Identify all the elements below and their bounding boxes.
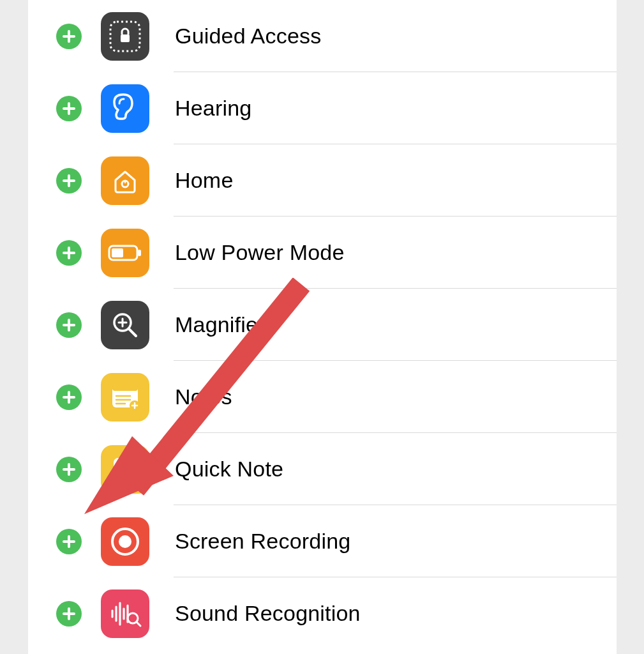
svg-rect-5 — [138, 250, 141, 256]
svg-line-31 — [137, 622, 140, 626]
magnifier-icon — [101, 301, 149, 349]
svg-rect-12 — [112, 386, 138, 391]
list-item-label: Notes — [175, 384, 232, 409]
add-button-sound-recognition[interactable] — [56, 601, 82, 627]
home-icon — [101, 156, 149, 205]
list-item-magnifier: Magnifier — [28, 289, 617, 361]
list-item-label: Quick Note — [175, 457, 283, 482]
list-item-screen-recording: Screen Recording — [28, 505, 617, 577]
more-controls-list: Guided Access Hearing — [28, 0, 617, 650]
add-button-home[interactable] — [56, 168, 82, 194]
list-item-label: Home — [175, 168, 234, 193]
list-item-notes: Notes — [28, 361, 617, 433]
add-button-guided-access[interactable] — [56, 24, 82, 49]
guided-access-icon — [101, 12, 149, 61]
svg-rect-1 — [121, 34, 130, 42]
list-item-guided-access: Guided Access — [28, 0, 617, 72]
quick-note-icon — [101, 445, 149, 494]
sound-recognition-icon — [101, 589, 149, 638]
list-item-sound-recognition: Sound Recognition — [28, 577, 617, 650]
list-item-hearing: Hearing — [28, 72, 617, 144]
low-power-mode-icon — [101, 229, 149, 277]
screen-recording-icon — [101, 517, 149, 566]
notes-icon — [101, 373, 149, 422]
list-item-label: Sound Recognition — [175, 601, 361, 626]
list-item-label: Magnifier — [175, 312, 266, 337]
settings-list-panel: Guided Access Hearing — [28, 0, 617, 654]
add-button-notes[interactable] — [56, 384, 82, 410]
list-item-quick-note: Quick Note — [28, 433, 617, 505]
list-item-label: Guided Access — [175, 24, 321, 49]
add-button-screen-recording[interactable] — [56, 529, 82, 554]
svg-point-24 — [119, 535, 131, 548]
add-button-low-power-mode[interactable] — [56, 240, 82, 266]
list-item-label: Screen Recording — [175, 529, 350, 554]
list-item-low-power-mode: Low Power Mode — [28, 217, 617, 289]
add-button-quick-note[interactable] — [56, 457, 82, 482]
svg-line-8 — [129, 329, 136, 336]
list-item-label: Hearing — [175, 96, 251, 121]
list-item-label: Low Power Mode — [175, 240, 345, 265]
add-button-magnifier[interactable] — [56, 312, 82, 338]
svg-rect-6 — [112, 248, 123, 257]
add-button-hearing[interactable] — [56, 96, 82, 121]
list-item-home: Home — [28, 144, 617, 217]
hearing-icon — [101, 84, 149, 133]
